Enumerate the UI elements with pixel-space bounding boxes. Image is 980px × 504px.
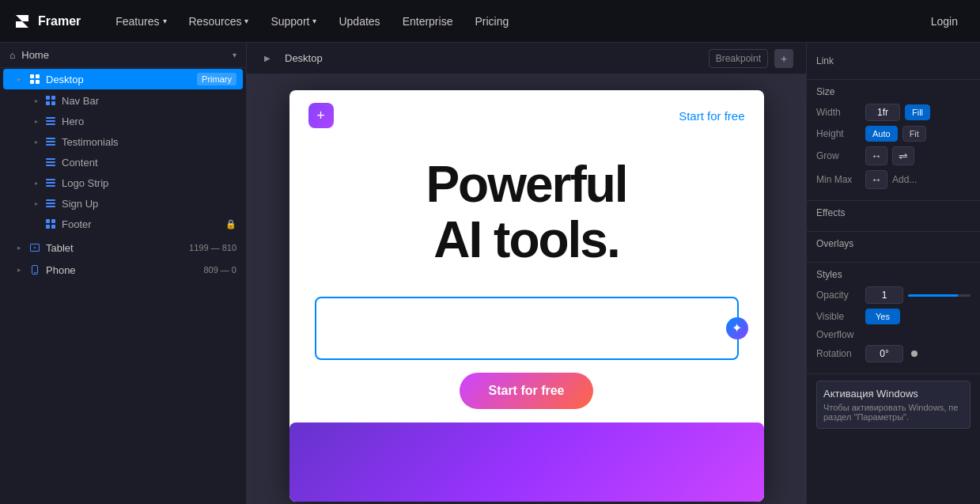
expand-icon: ▸ — [32, 115, 41, 127]
opacity-slider[interactable] — [908, 294, 971, 297]
grow-arrow-button[interactable]: ↔ — [865, 146, 887, 165]
rotation-label: Rotation — [816, 348, 861, 359]
activation-notice: Активация Windows Чтобы активировать Win… — [816, 381, 971, 429]
canvas-toolbar: ▶ Desktop Breakpoint + — [247, 43, 806, 74]
sidebar-item-label: Hero — [62, 116, 84, 127]
chevron-down-icon: ▾ — [163, 17, 167, 25]
canvas-content[interactable]: + Start for free Powerful AI tools. ✦ — [247, 74, 806, 504]
rotation-input[interactable] — [865, 345, 903, 362]
preview-cta: Start for free — [289, 373, 764, 409]
canvas-area: ▶ Desktop Breakpoint + + Start for free — [247, 43, 806, 504]
overlays-title: Overlays — [816, 238, 971, 249]
nav-support[interactable]: Support ▾ — [261, 10, 326, 32]
logo[interactable]: Framer — [13, 12, 81, 31]
sidebar-item-content[interactable]: Content — [3, 153, 243, 172]
height-label: Height — [816, 128, 861, 139]
visible-yes-button[interactable]: Yes — [865, 309, 900, 324]
opacity-row: Opacity — [816, 286, 971, 304]
visible-row: Visible Yes — [816, 309, 971, 324]
preview-start-button[interactable]: Start for free — [679, 109, 744, 123]
chevron-down-icon: ▾ — [244, 17, 248, 25]
grow-stretch-button[interactable]: ⇌ — [892, 146, 914, 165]
width-input[interactable] — [865, 104, 900, 121]
minmax-arrow-button[interactable]: ↔ — [865, 170, 887, 189]
nav-links: Features ▾ Resources ▾ Support ▾ Updates… — [106, 10, 921, 32]
play-icon: ▶ — [264, 54, 271, 63]
styles-section: Styles Opacity Visible Yes Overflow Rota… — [807, 263, 980, 374]
preview-frame: + Start for free Powerful AI tools. ✦ — [289, 90, 764, 502]
grow-row: Grow ↔ ⇌ — [816, 146, 971, 165]
search-plus-icon[interactable]: ✦ — [726, 317, 748, 339]
home-icon: ⌂ — [9, 50, 15, 61]
expand-icon: ▸ — [13, 73, 25, 85]
overlays-section: Overlays — [807, 232, 980, 263]
tablet-icon — [28, 241, 41, 254]
sidebar-item-navbar[interactable]: ▸ Nav Bar — [3, 91, 243, 110]
activation-title: Активация Windows — [823, 388, 963, 400]
minmax-add-button[interactable]: Add... — [892, 174, 917, 185]
grid-icon — [28, 73, 41, 85]
phone-icon — [28, 263, 41, 276]
sidebar-item-tablet[interactable]: ▸ Tablet 1199 — 810 — [3, 237, 243, 258]
sidebar-item-desktop[interactable]: ▸ Desktop Primary — [3, 69, 243, 89]
stack-icon — [44, 156, 57, 169]
preview-hero: Powerful AI tools. — [289, 141, 764, 284]
sidebar-item-label: Nav Bar — [62, 95, 99, 107]
effects-section: Effects — [807, 201, 980, 232]
expand-icon — [32, 156, 41, 169]
plus-icon: + — [316, 108, 325, 124]
size-title: Size — [816, 86, 971, 97]
sidebar-item-label: Content — [62, 157, 98, 169]
effects-title: Effects — [816, 207, 971, 218]
height-auto-button[interactable]: Auto — [865, 126, 898, 142]
play-button[interactable]: ▶ — [259, 51, 275, 66]
sidebar-home-left: ⌂ Home — [9, 49, 49, 61]
sidebar-home[interactable]: ⌂ Home ▾ — [0, 43, 246, 68]
opacity-input[interactable] — [865, 286, 903, 304]
link-section: Link — [807, 49, 980, 80]
expand-icon: ▸ — [13, 241, 25, 254]
login-button[interactable]: Login — [921, 10, 967, 32]
preview-logo: + — [308, 103, 334, 128]
activation-message: Чтобы активировать Windows, пе раздел "П… — [823, 403, 963, 422]
lock-icon: 🔒 — [225, 219, 236, 229]
nav-enterprise[interactable]: Enterprise — [393, 10, 463, 32]
canvas-title: Desktop — [285, 52, 323, 64]
preview-search-box[interactable]: ✦ — [315, 297, 739, 360]
sidebar-item-phone[interactable]: ▸ Phone 809 — 0 — [3, 260, 243, 280]
styles-title: Styles — [816, 269, 971, 280]
chevron-down-icon: ▾ — [233, 51, 236, 59]
rotation-row: Rotation — [816, 345, 971, 362]
sidebar-item-signup[interactable]: ▸ Sign Up — [3, 194, 243, 213]
overflow-label: Overflow — [816, 329, 861, 340]
sidebar-item-testimonials[interactable]: ▸ Testimonials — [3, 132, 243, 151]
stack-icon — [44, 197, 57, 210]
canvas-toolbar-right: Breakpoint + — [709, 49, 793, 68]
width-fill-button[interactable]: Fill — [905, 104, 930, 120]
sidebar-item-label: Logo Strip — [62, 177, 108, 189]
sidebar-item-hero[interactable]: ▸ Hero — [3, 112, 243, 131]
nav-pricing[interactable]: Pricing — [465, 10, 518, 32]
chevron-down-icon: ▾ — [312, 17, 316, 25]
expand-icon: ▸ — [13, 263, 25, 276]
expand-icon: ▸ — [32, 176, 41, 189]
opacity-label: Opacity — [816, 290, 861, 301]
expand-icon — [32, 218, 41, 230]
grow-label: Grow — [816, 150, 861, 161]
add-breakpoint-button[interactable]: + — [774, 49, 793, 68]
nav-resources[interactable]: Resources ▾ — [180, 10, 259, 32]
preview-cta-button[interactable]: Start for free — [460, 373, 592, 409]
sidebar-item-footer[interactable]: Footer 🔒 — [3, 214, 243, 233]
width-row: Width Fill — [816, 104, 971, 121]
sidebar-item-logostrip[interactable]: ▸ Logo Strip — [3, 173, 243, 192]
nav-updates[interactable]: Updates — [329, 10, 389, 32]
breakpoint-button[interactable]: Breakpoint — [709, 49, 768, 68]
nav-right: Login — [921, 14, 967, 28]
left-sidebar: ⌂ Home ▾ ▸ Desktop Primary ▸ — [0, 43, 247, 504]
nav-features[interactable]: Features ▾ — [106, 10, 176, 32]
height-fit-button[interactable]: Fit — [902, 126, 926, 142]
sidebar-item-label: Sign Up — [62, 198, 98, 210]
grid-icon — [44, 94, 57, 107]
expand-icon: ▸ — [32, 197, 41, 210]
stack-icon — [44, 135, 57, 148]
